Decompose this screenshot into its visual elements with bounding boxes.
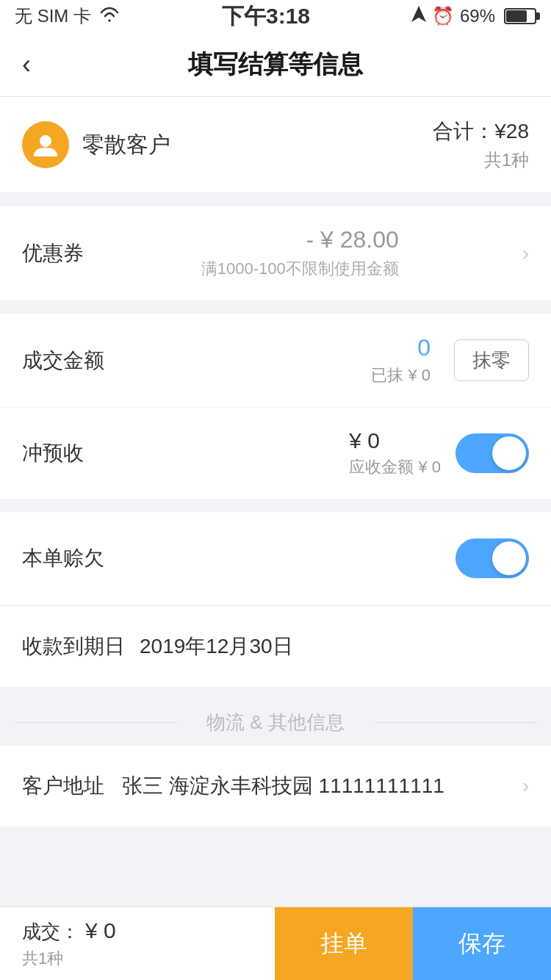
deal-amount-label: 成交金额: [22, 347, 104, 375]
location-icon: [411, 6, 426, 26]
bottom-deal-value: ¥ 0: [85, 918, 116, 943]
deal-amount-sub: 已抹 ¥ 0: [371, 364, 431, 386]
pend-button[interactable]: 挂单: [275, 907, 413, 981]
address-section: 客户地址 张三 海淀永丰科技园 11111111111 ›: [0, 746, 551, 826]
prepay-sub: 应收金额 ¥ 0: [349, 456, 441, 478]
deal-amount-row: 成交金额 0 已抹 ¥ 0 抹零: [0, 314, 551, 408]
due-date-row: 收款到期日 2019年12月30日: [0, 606, 551, 687]
content: 零散客户 合计：¥28 共1种 优惠券 - ¥ 28.00 满1000-100不…: [0, 97, 551, 916]
back-button[interactable]: ‹: [22, 49, 31, 80]
logistics-label: 物流 & 其他信息: [206, 710, 345, 735]
bottom-count: 共1种: [22, 948, 253, 970]
address-row[interactable]: 客户地址 张三 海淀永丰科技园 11111111111 ›: [0, 746, 551, 826]
coupon-label: 优惠券: [22, 239, 84, 267]
logistics-divider: 物流 & 其他信息: [0, 700, 551, 744]
deal-amount-value[interactable]: 0: [417, 334, 431, 361]
due-date-label: 收款到期日: [22, 633, 125, 660]
status-right: ⏰ 69%: [411, 6, 536, 26]
page-title: 填写结算等信息: [188, 48, 363, 82]
prepay-toggle[interactable]: [455, 433, 529, 473]
chevron-right-icon: ›: [522, 242, 529, 265]
debit-toggle-knob: [492, 541, 526, 575]
status-time: 下午3:18: [222, 1, 310, 32]
customer-section: 零散客户 合计：¥28 共1种: [0, 97, 551, 192]
debit-toggle[interactable]: [455, 538, 529, 578]
due-date-value[interactable]: 2019年12月30日: [140, 633, 293, 660]
nav-bar: ‹ 填写结算等信息: [0, 32, 551, 97]
toggle-knob: [492, 436, 526, 470]
status-bar: 无 SIM 卡 下午3:18 ⏰ 69%: [0, 0, 551, 32]
alarm-icon: ⏰: [432, 6, 454, 26]
prepay-label: 冲预收: [22, 439, 84, 467]
bottom-deal-label: 成交：: [22, 919, 79, 945]
coupon-desc: 满1000-100不限制使用金额: [201, 258, 399, 280]
address-chevron-icon: ›: [522, 774, 529, 798]
save-button[interactable]: 保存: [413, 907, 551, 981]
due-date-section: 收款到期日 2019年12月30日: [0, 606, 551, 687]
customer-total: 合计：¥28: [433, 118, 529, 145]
debit-label: 本单赊欠: [22, 544, 104, 572]
sim-status: 无 SIM 卡: [15, 4, 91, 28]
bottom-bar: 成交： ¥ 0 共1种 挂单 保存: [0, 907, 551, 980]
bottom-summary: 成交： ¥ 0 共1种: [0, 918, 275, 970]
debit-section: 本单赊欠: [0, 512, 551, 605]
debit-row: 本单赊欠: [0, 512, 551, 605]
avatar: [22, 121, 69, 168]
address-label: 客户地址: [22, 772, 104, 800]
coupon-row[interactable]: 优惠券 - ¥ 28.00 满1000-100不限制使用金额 ›: [0, 206, 551, 300]
prepay-value: ¥ 0: [349, 428, 441, 453]
customer-name: 零散客户: [82, 130, 170, 160]
coupon-right: - ¥ 28.00 满1000-100不限制使用金额: [201, 226, 399, 280]
wifi-icon: [98, 6, 120, 26]
amount-section: 成交金额 0 已抹 ¥ 0 抹零 冲预收 ¥ 0 应收金额 ¥ 0: [0, 314, 551, 499]
battery-icon: [504, 8, 536, 24]
customer-right: 合计：¥28 共1种: [433, 118, 529, 172]
coupon-discount: - ¥ 28.00: [201, 226, 399, 253]
customer-count: 共1种: [433, 148, 529, 172]
round-button[interactable]: 抹零: [454, 339, 529, 381]
coupon-section: 优惠券 - ¥ 28.00 满1000-100不限制使用金额 ›: [0, 206, 551, 300]
address-value: 张三 海淀永丰科技园 11111111111: [122, 772, 516, 800]
prepay-row: 冲预收 ¥ 0 应收金额 ¥ 0: [0, 408, 551, 499]
bottom-deal: 成交： ¥ 0: [22, 918, 253, 945]
status-left: 无 SIM 卡: [15, 4, 120, 28]
battery-percent: 69%: [460, 6, 495, 26]
customer-info: 零散客户: [22, 121, 170, 168]
svg-point-0: [40, 135, 51, 147]
